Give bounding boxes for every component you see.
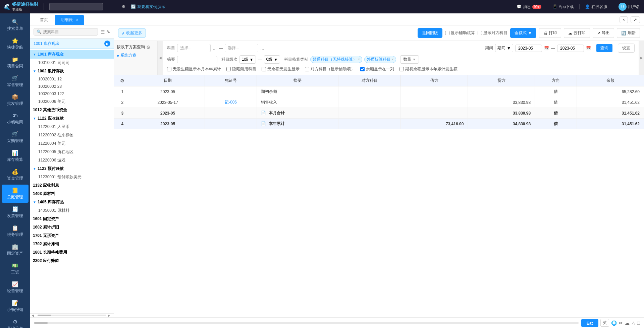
tree-item-11220006[interactable]: 11220006 游戏 xyxy=(30,156,114,165)
init-balance-checkbox[interactable] xyxy=(399,67,404,71)
subject-end-select[interactable]: 选择... xyxy=(225,44,258,52)
edit-icon[interactable]: ✏ xyxy=(619,320,623,326)
tree-item-11230001[interactable]: 11230001 预付账款美元 xyxy=(30,173,114,181)
summary-input[interactable] xyxy=(177,56,217,63)
period-calendar-icon[interactable]: 📅 xyxy=(544,46,549,51)
counterpart-checkbox[interactable] xyxy=(305,67,309,71)
account-search-box[interactable]: 🔍 xyxy=(34,28,98,36)
back-btn[interactable]: 退回旧版 xyxy=(418,28,442,38)
sidebar-item-base[interactable]: ⚙ 基础信息 xyxy=(2,316,29,328)
check-counterpart[interactable]: 对方科目（显示辅助项） xyxy=(305,66,355,72)
check-no-balance2[interactable]: 无余额无发生显示 xyxy=(262,66,300,72)
tab-home[interactable]: 首页 xyxy=(34,15,54,25)
expand-window-btn[interactable]: ⤢ xyxy=(631,16,640,23)
level-start-select[interactable]: 1级 ▼ xyxy=(239,55,256,64)
tree-item-1123[interactable]: ▼ 1123 预付账款 xyxy=(30,165,114,173)
gear-btn[interactable]: ⚙ xyxy=(122,4,125,9)
show-contra-checkbox[interactable] xyxy=(478,31,482,35)
lang-btn[interactable]: 英 xyxy=(600,319,609,327)
export-btn[interactable]: ↗ 导出 xyxy=(593,28,614,38)
tree-item-11220005[interactable]: 11220005 所在地区 xyxy=(30,148,114,156)
online-service-btn[interactable]: 👤 在线客服 xyxy=(585,4,607,10)
qty-select[interactable]: 数量 ▼ xyxy=(400,55,419,64)
filter-right-collapse[interactable]: ▶ xyxy=(639,41,644,75)
sidebar-item-project[interactable]: 📁 项目合同 xyxy=(2,54,29,72)
sidebar-item-capital[interactable]: 💰 资金管理 xyxy=(2,166,29,184)
msg-btn[interactable]: 💬 消息 99+ xyxy=(517,4,541,10)
square-icon[interactable]: □ xyxy=(637,320,640,326)
tree-item-1405[interactable]: ▼ 1405 库存商品 xyxy=(30,198,114,206)
sidebar-item-ledger[interactable]: 📒 总账管理 xyxy=(2,185,29,203)
check-no-balance[interactable]: 无发生额显示本月本年累计 xyxy=(167,66,221,72)
scroll-left-btn[interactable]: ◀ xyxy=(32,314,36,317)
col-settings[interactable]: ⚙ xyxy=(114,75,131,86)
tree-item-1012[interactable]: 1012 其他货币资金 xyxy=(30,106,114,114)
tree-item-11220002[interactable]: 11220002 往来标签 xyxy=(30,131,114,139)
tree-item-1601[interactable]: 1601 固定资产 xyxy=(30,215,114,223)
tree-item-10020006[interactable]: 10020006 美元 xyxy=(30,97,114,106)
sidebar-item-mini[interactable]: 🛍 小畅电商 xyxy=(2,110,29,128)
account-search-input[interactable] xyxy=(43,29,95,34)
app-download-btn[interactable]: 📱 App下载 xyxy=(552,4,574,10)
sidebar-item-wholesale[interactable]: 📦 批发管理 xyxy=(2,91,29,109)
tree-item-1403[interactable]: 1403 原材料 xyxy=(30,190,114,198)
sidebar-item-quick[interactable]: ⭐ 快捷导航 xyxy=(2,35,29,53)
tree-item-2202[interactable]: 2202 应付账款 xyxy=(30,257,114,265)
filter-plan-settings-icon[interactable]: ⚙ xyxy=(146,45,151,50)
sidebar-item-tax[interactable]: 📋 税务管理 xyxy=(2,222,29,240)
tree-item-1801[interactable]: 1801 长期待摊费用 xyxy=(30,248,114,257)
filter-settings-btn[interactable]: 设置 xyxy=(618,44,635,53)
period-calendar-icon-2[interactable]: 📅 xyxy=(586,46,591,51)
show-aux-checkbox[interactable] xyxy=(445,31,449,35)
tree-item-10020001[interactable]: 10020001 12 xyxy=(30,75,114,83)
collapse-filter-btn[interactable]: ∧ 收起更多 xyxy=(118,28,146,38)
sidebar-item-report[interactable]: 📝 小畅报销 xyxy=(2,297,29,315)
sidebar-item-search[interactable]: 🔍 搜索菜单 xyxy=(2,16,29,34)
tree-item-1701[interactable]: 1701 无形资产 xyxy=(30,232,114,240)
tree-item-1001[interactable]: ▼ 1001 库存现金 xyxy=(30,50,114,59)
tree-item-10020002[interactable]: 10020002 23 xyxy=(30,83,114,90)
scroll-right-btn[interactable]: ▶ xyxy=(108,314,112,317)
system-plan-item[interactable]: ● 系统方案 xyxy=(117,53,155,58)
tag-normal-remove[interactable]: × xyxy=(358,58,360,61)
check-show-balance[interactable]: 余额显示在一列 xyxy=(360,66,394,72)
table-settings-icon[interactable]: ⚙ xyxy=(120,78,124,83)
print-btn[interactable]: 🖨 打印 xyxy=(539,28,561,38)
tree-item-1002[interactable]: ▼ 1002 银行存款 xyxy=(30,67,114,75)
tree-nav-icon-2[interactable]: ✎ xyxy=(106,29,110,35)
hide-disabled-checkbox[interactable] xyxy=(226,67,231,71)
triangle-icon[interactable]: △ xyxy=(632,320,635,326)
eat-btn[interactable]: Eat xyxy=(581,319,598,327)
sidebar-item-operation[interactable]: 📈 经营管理 xyxy=(2,278,29,297)
tree-item-1132[interactable]: 1132 应收利息 xyxy=(30,181,114,190)
no-balance2-checkbox[interactable] xyxy=(262,67,266,71)
account-nav-arrow[interactable]: ▶ xyxy=(104,41,110,47)
tree-item-1602[interactable]: 1602 累计折旧 xyxy=(30,223,114,232)
tree-item-11220004[interactable]: 11220004 美元 xyxy=(30,139,114,148)
level-end-select[interactable]: 6级 ▼ xyxy=(264,55,280,64)
show-aux-check[interactable]: 显示辅助核算 xyxy=(445,30,475,36)
tree-nav-icon-1[interactable]: ☰ xyxy=(101,29,105,35)
period-start-input[interactable] xyxy=(515,45,542,52)
subject-start-select[interactable]: 选择... xyxy=(177,44,211,52)
search-input[interactable] xyxy=(49,3,103,10)
check-hide-disabled[interactable]: 隐藏禁用科目 xyxy=(226,66,256,72)
sidebar-item-salary[interactable]: 💵 工资 xyxy=(2,260,29,278)
period-end-input[interactable] xyxy=(557,45,584,52)
cloud-print-btn[interactable]: ☁ 云打印 xyxy=(564,28,590,38)
sidebar-item-inventory[interactable]: 📊 库存核算 xyxy=(2,147,29,165)
tree-item-14050001[interactable]: 14050001 原材料 xyxy=(30,206,114,215)
demo-btn[interactable]: 🔄 我要看实例演示 xyxy=(131,4,165,10)
tab-close-btn[interactable]: × xyxy=(76,17,78,22)
filter-collapse-btn[interactable]: ◀ xyxy=(158,41,163,75)
user-avatar[interactable]: U 用户名 xyxy=(619,3,640,11)
tab-current[interactable]: 明细账 × xyxy=(55,15,84,25)
top-search[interactable] xyxy=(49,3,116,10)
tree-item-11220001[interactable]: 11220001 人民币 xyxy=(30,123,114,131)
tree-item-10010001[interactable]: 10010001 同同同 xyxy=(30,59,114,67)
show-contra-check[interactable]: 显示对方科目 xyxy=(478,30,507,36)
query-btn[interactable]: 查询 xyxy=(596,44,612,52)
sidebar-item-purchase[interactable]: 🛒 采购管理 xyxy=(2,128,29,146)
voucher-link-2[interactable]: 记-006 xyxy=(225,100,237,105)
globe-icon[interactable]: 🌐 xyxy=(611,320,617,326)
